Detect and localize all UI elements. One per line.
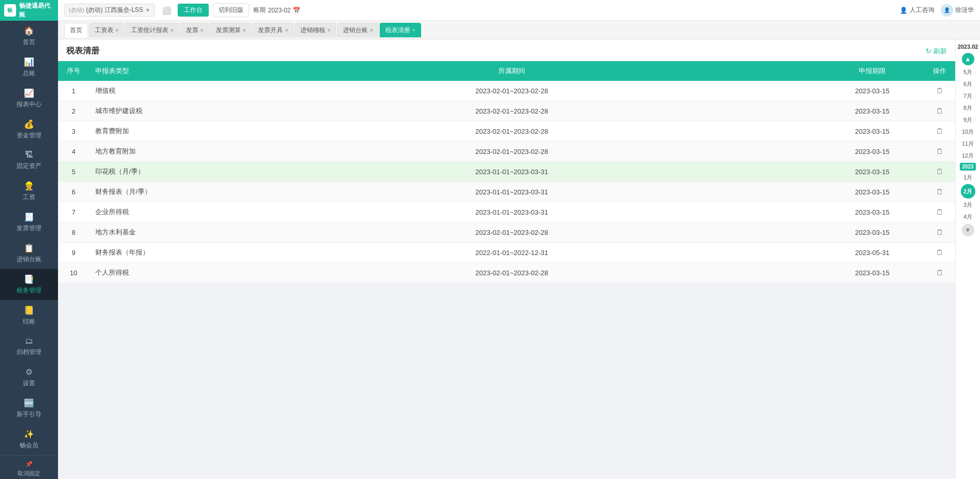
tab-home[interactable]: 首页 — [64, 23, 88, 37]
cell-type: 印花税（月/季） — [89, 162, 203, 182]
timeline-month-6[interactable]: 6月 — [956, 78, 980, 90]
timeline-month-3[interactable]: 3月 — [956, 199, 980, 211]
sidebar-item-guide[interactable]: 🆕 新手引导 — [0, 393, 58, 424]
tab-salary-report[interactable]: 工资统计报表 × — [125, 23, 179, 37]
sidebar-item-assets[interactable]: 🏗 固定资产 — [0, 145, 58, 176]
sidebar-item-archive[interactable]: 🗂 归档管理 — [0, 331, 58, 362]
cell-action[interactable]: 🗒 — [924, 202, 955, 222]
sidebar-item-salary[interactable]: 👷 工资 — [0, 176, 58, 207]
refresh-button[interactable]: ↻ 刷新 — [926, 47, 947, 56]
table-row: 5 印花税（月/季） 2023-01-01~2023-03-31 2023-03… — [58, 162, 955, 182]
timeline-up-button[interactable]: ▲ — [962, 53, 974, 65]
cell-action[interactable]: 🗒 — [924, 263, 955, 283]
sidebar-item-tax[interactable]: 📑 税务管理 — [0, 269, 58, 300]
tab-in-ledger[interactable]: 进销台账 × — [337, 23, 379, 37]
company-arrow-icon: ▼ — [145, 7, 150, 13]
timeline-active-month[interactable]: 2月 — [961, 184, 975, 199]
action-edit-icon[interactable]: 🗒 — [936, 248, 943, 257]
switch-button[interactable]: 切到旧版 — [213, 3, 249, 17]
action-edit-icon[interactable]: 🗒 — [936, 208, 943, 216]
ledger-icon: 📊 — [24, 57, 34, 67]
timeline-down-button[interactable]: ▼ — [962, 224, 974, 236]
service-label: 人工咨询 — [910, 6, 934, 15]
main-content: (勿动) (勿动) 江西服垒-LSS ▼ ⬜ 工作台 切到旧版 账期 2023-… — [58, 0, 980, 479]
sidebar-item-funds[interactable]: 💰 资金管理 — [0, 114, 58, 145]
cell-action[interactable]: 🗒 — [924, 101, 955, 121]
timeline-month-11[interactable]: 11月 — [956, 138, 980, 150]
tab-tax-clear-close-icon[interactable]: × — [412, 27, 415, 33]
timeline-month-5[interactable]: 5月 — [956, 66, 980, 78]
copy-icon[interactable]: ⬜ — [159, 3, 174, 18]
tab-in-audit-close-icon[interactable]: × — [327, 27, 330, 33]
cell-deadline: 2023-03-15 — [820, 101, 924, 121]
action-edit-icon[interactable]: 🗒 — [936, 188, 943, 196]
cell-deadline: 2023-03-15 — [820, 121, 924, 142]
table-container: 序号 申报表类型 所属期间 申报期限 操作 1 增值税 2023-02-01~2… — [58, 61, 955, 283]
cell-period: 2022-01-01~2022-12-31 — [203, 243, 820, 263]
action-edit-icon[interactable]: 🗒 — [936, 167, 943, 176]
sidebar-item-home[interactable]: 🏠 首页 — [0, 21, 58, 52]
table-row: 4 地方教育附加 2023-02-01~2023-02-28 2023-03-1… — [58, 142, 955, 162]
sidebar-item-member[interactable]: ✨ 畅会员 — [0, 424, 58, 455]
tab-in-audit[interactable]: 进销稽核 × — [295, 23, 336, 37]
company-selector[interactable]: (勿动) (勿动) 江西服垒-LSS ▼ — [64, 4, 155, 17]
page-header: 税表清册 ↻ 刷新 — [58, 39, 955, 61]
cell-deadline: 2023-03-15 — [820, 222, 924, 243]
cell-action[interactable]: 🗒 — [924, 81, 955, 101]
logo-icon: 畅 — [4, 4, 16, 17]
tab-invoice-calc[interactable]: 发票测算 × — [210, 23, 252, 37]
cell-type: 地方水利基金 — [89, 222, 203, 243]
timeline-month-7[interactable]: 7月 — [956, 90, 980, 102]
action-edit-icon[interactable]: 🗒 — [936, 127, 943, 135]
sidebar-item-close[interactable]: 📒 结账 — [0, 300, 58, 331]
tab-salary[interactable]: 工资表 × — [89, 23, 124, 37]
tab-salary-report-close-icon[interactable]: × — [170, 27, 174, 33]
action-edit-icon[interactable]: 🗒 — [936, 87, 943, 95]
action-edit-icon[interactable]: 🗒 — [936, 269, 943, 277]
cell-deadline: 2023-03-15 — [820, 182, 924, 202]
tab-invoice-open[interactable]: 发票开具 × — [252, 23, 294, 37]
sidebar-item-reports[interactable]: 📈 报表中心 — [0, 83, 58, 114]
cell-action[interactable]: 🗒 — [924, 121, 955, 142]
action-edit-icon[interactable]: 🗒 — [936, 147, 943, 156]
action-edit-icon[interactable]: 🗒 — [936, 107, 943, 115]
timeline-month-10[interactable]: 10月 — [956, 126, 980, 138]
cell-action[interactable]: 🗒 — [924, 162, 955, 182]
tab-salary-close-icon[interactable]: × — [116, 27, 119, 33]
cell-action[interactable]: 🗒 — [924, 182, 955, 202]
sidebar-item-label: 首页 — [23, 38, 35, 47]
username: 徐涟华 — [955, 6, 974, 15]
timeline-year-2023[interactable]: 2023 — [960, 163, 975, 171]
timeline-month-12[interactable]: 12月 — [956, 150, 980, 162]
sidebar-item-label: 畅会员 — [20, 441, 38, 450]
workbench-button[interactable]: 工作台 — [178, 4, 209, 17]
cell-action[interactable]: 🗒 — [924, 142, 955, 162]
col-header-action: 操作 — [924, 61, 955, 81]
sidebar-footer-unpin[interactable]: 📌 取消固定 — [0, 455, 58, 479]
timeline-month-1[interactable]: 1月 — [956, 172, 980, 184]
cell-deadline: 2023-03-15 — [820, 202, 924, 222]
tab-tax-clear[interactable]: 税表清册 × — [380, 23, 421, 37]
sidebar-item-ledger[interactable]: 📊 总账 — [0, 52, 58, 83]
table-row: 6 财务报表（月/季） 2023-01-01~2023-03-31 2023-0… — [58, 182, 955, 202]
action-edit-icon[interactable]: 🗒 — [936, 228, 943, 236]
sidebar-item-in-out[interactable]: 📋 进销台账 — [0, 238, 58, 269]
timeline-month-8[interactable]: 8月 — [956, 102, 980, 114]
tab-in-ledger-close-icon[interactable]: × — [370, 27, 373, 33]
tab-invoice-open-close-icon[interactable]: × — [285, 27, 288, 33]
tab-invoice-close-icon[interactable]: × — [200, 27, 204, 33]
timeline-month-4[interactable]: 4月 — [956, 211, 980, 223]
sidebar-item-invoice-mgmt[interactable]: 🧾 发票管理 — [0, 207, 58, 238]
timeline-month-9[interactable]: 9月 — [956, 114, 980, 126]
tab-invoice-calc-close-icon[interactable]: × — [243, 27, 246, 33]
calendar-icon[interactable]: 📅 — [293, 7, 300, 14]
cell-action[interactable]: 🗒 — [924, 243, 955, 263]
tab-invoice[interactable]: 发票 × — [180, 23, 209, 37]
cell-action[interactable]: 🗒 — [924, 222, 955, 243]
col-header-deadline: 申报期限 — [820, 61, 924, 81]
cell-period: 2023-01-01~2023-03-31 — [203, 182, 820, 202]
user-service-button[interactable]: 👤 人工咨询 — [900, 6, 934, 15]
user-profile[interactable]: 👤 徐涟华 — [941, 4, 974, 17]
sidebar-item-settings[interactable]: ⚙ 设置 — [0, 362, 58, 393]
archive-icon: 🗂 — [25, 336, 33, 346]
